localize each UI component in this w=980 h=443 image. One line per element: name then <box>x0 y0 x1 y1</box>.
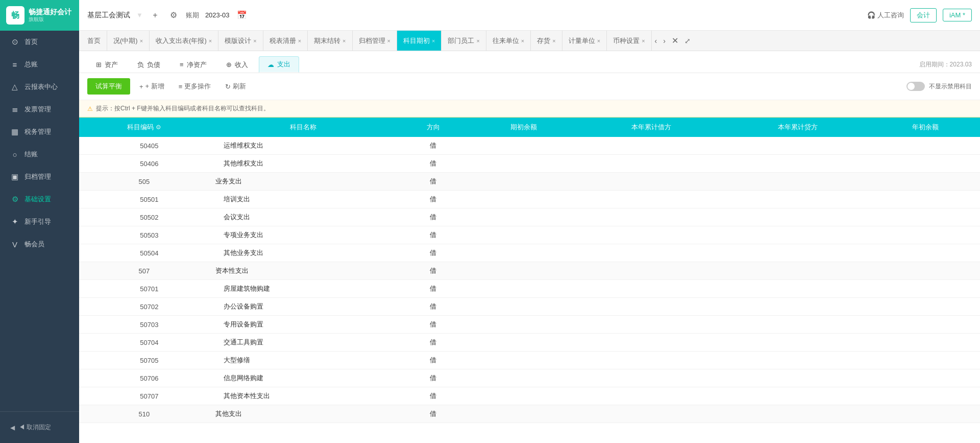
tab-annual[interactable]: 收入支出表(年报) × <box>150 31 218 51</box>
sidebar-item-home[interactable]: ⊙ 首页 <box>0 31 79 53</box>
add-button[interactable]: + + 新增 <box>134 79 169 94</box>
tab-expand[interactable]: ⤢ <box>681 31 694 51</box>
logo-text: 畅捷通好会计 旗舰版 <box>29 8 71 24</box>
table-row[interactable]: 50704 交通工具购置 借 <box>79 334 980 352</box>
tab-close-period-end[interactable]: × <box>342 38 346 44</box>
sidebar-item-archive[interactable]: ▣ 归档管理 <box>0 166 79 188</box>
calc-balance-button[interactable]: 试算平衡 <box>87 78 130 95</box>
tab-unit[interactable]: 计量单位 × <box>562 31 607 51</box>
tab-nav-left[interactable]: ‹ <box>652 31 660 51</box>
table-row[interactable]: 50405 运维维权支出 借 <box>79 137 980 155</box>
table-row[interactable]: 50703 专用设备购置 借 <box>79 316 980 334</box>
sub-tab-asset[interactable]: ⊞ 资产 <box>87 57 127 73</box>
tab-label-taxclear: 税表清册 <box>270 36 296 45</box>
tab-interim[interactable]: 况(中期) × <box>107 31 150 51</box>
tab-label-currency: 币种设置 <box>613 36 640 45</box>
tab-taxclear[interactable]: 税表清册 × <box>263 31 308 51</box>
table-row[interactable]: 505 业务支出 借 <box>79 173 980 191</box>
cell-year-credit-11 <box>724 334 871 352</box>
tab-close-subject-init[interactable]: × <box>432 38 435 44</box>
tab-nav-right[interactable]: › <box>660 31 669 51</box>
table-row[interactable]: 50701 房屋建筑物购建 借 <box>79 280 980 298</box>
tab-home[interactable]: 首页 <box>81 31 107 51</box>
refresh-icon: ↻ <box>225 83 231 90</box>
tab-customer[interactable]: 往来单位 × <box>486 31 531 51</box>
cell-direction-7: 借 <box>397 262 469 280</box>
tab-close-interim[interactable]: × <box>140 38 143 44</box>
tab-close-dept[interactable]: × <box>476 38 479 44</box>
sidebar-item-guide[interactable]: ✦ 新手引导 <box>0 211 79 233</box>
tab-close-unit[interactable]: × <box>597 38 600 44</box>
cell-direction-6: 借 <box>397 244 469 262</box>
settings-button[interactable]: ⚙ <box>167 9 180 21</box>
cell-direction-11: 借 <box>397 334 469 352</box>
sidebar-item-member[interactable]: V 畅会员 <box>0 233 79 255</box>
tab-close-all[interactable]: ✕ <box>669 31 681 51</box>
refresh-button[interactable]: ↻ 刷新 <box>220 79 251 94</box>
sidebar-item-tax[interactable]: ▦ 税务管理 <box>0 121 79 143</box>
tab-subject-init[interactable]: 科目期初 × <box>397 31 442 51</box>
tab-currency[interactable]: 币种设置 × <box>607 31 651 51</box>
col-code: 科目编码 ⚙ <box>79 118 209 137</box>
account-button[interactable]: 会计 <box>910 8 937 22</box>
sidebar-item-report[interactable]: △ 云报表中心 <box>0 76 79 98</box>
cell-year-debit-10 <box>578 316 725 334</box>
cell-year-credit-9 <box>724 298 871 316</box>
cell-year-credit-6 <box>724 244 871 262</box>
table-row[interactable]: 50503 专项业务支出 借 <box>79 226 980 244</box>
tab-close-inventory[interactable]: × <box>552 38 555 44</box>
sub-tab-expense[interactable]: ☁ 支出 <box>259 56 299 73</box>
table-row[interactable]: 507 资本性支出 借 <box>79 262 980 280</box>
sub-tab-income[interactable]: ⊕ 收入 <box>217 57 257 73</box>
disabled-toggle[interactable] <box>906 82 925 91</box>
tab-close-archive[interactable]: × <box>387 38 390 44</box>
sidebar-item-settle[interactable]: ○ 结账 <box>0 143 79 166</box>
table-row[interactable]: 50707 其他资本性支出 借 <box>79 387 980 405</box>
tab-close-currency[interactable]: × <box>642 38 645 44</box>
table-row[interactable]: 50706 信息网络购建 借 <box>79 369 980 387</box>
ledger-nav-icon: ≡ <box>10 60 19 69</box>
cell-name-4: 会议支出 <box>209 208 397 226</box>
sidebar-item-ledger[interactable]: ≡ 总账 <box>0 53 79 76</box>
table-row[interactable]: 50705 大型修缮 借 <box>79 352 980 369</box>
add-tab-button[interactable]: + <box>149 9 161 21</box>
tab-dept[interactable]: 部门员工 × <box>442 31 486 51</box>
more-actions-button[interactable]: ≡ 更多操作 <box>174 79 216 94</box>
tab-close-annual[interactable]: × <box>209 38 212 44</box>
tab-close-taxclear[interactable]: × <box>298 38 301 44</box>
sub-tab-liability[interactable]: 负 负债 <box>129 57 169 73</box>
table-row[interactable]: 50501 培训支出 借 <box>79 191 980 208</box>
table-row[interactable]: 50702 办公设备购置 借 <box>79 298 980 316</box>
table-wrapper: 科目编码 ⚙ 科目名称 方向 期初余额 本年累计借方 本年累计贷方 年初余额 5… <box>79 118 980 443</box>
tab-close-customer[interactable]: × <box>521 38 524 44</box>
sub-tab-net-asset[interactable]: ≡ 净资产 <box>171 57 215 73</box>
cell-direction-15: 借 <box>397 405 469 423</box>
sidebar-item-basic[interactable]: ⚙ 基础设置 <box>0 188 79 211</box>
sidebar-item-invoice[interactable]: ≣ 发票管理 <box>0 98 79 121</box>
table-row[interactable]: 510 其他支出 借 <box>79 405 980 423</box>
tab-archive[interactable]: 归档管理 × <box>353 31 397 51</box>
report-nav-label: 云报表中心 <box>24 82 58 91</box>
sidebar-collapse-button[interactable]: ◀ ◀ 取消固定 <box>0 418 79 437</box>
toggle-label: 不显示禁用科目 <box>929 82 972 91</box>
calendar-icon[interactable]: 📅 <box>236 9 248 21</box>
table-row[interactable]: 50406 其他维权支出 借 <box>79 155 980 173</box>
cell-name-2: 业务支出 <box>209 173 397 191</box>
tab-inventory[interactable]: 存货 × <box>531 31 562 51</box>
tab-template[interactable]: 模版设计 × <box>218 31 263 51</box>
tab-label-dept: 部门员工 <box>448 36 474 45</box>
settle-nav-icon: ○ <box>10 150 19 159</box>
tab-label-interim: 况(中期) <box>113 36 138 45</box>
table-row[interactable]: 50504 其他业务支出 借 <box>79 244 980 262</box>
project-name: 基层工会测试 <box>87 11 130 20</box>
cell-year-credit-7 <box>724 262 871 280</box>
col-settings-icon[interactable]: ⚙ <box>156 124 161 131</box>
tab-close-template[interactable]: × <box>253 38 256 44</box>
col-direction: 方向 <box>397 118 469 137</box>
tab-period-end[interactable]: 期末结转 × <box>308 31 352 51</box>
iam-button[interactable]: iAM * <box>943 9 972 21</box>
period-label: 账期 <box>186 11 199 20</box>
table-row[interactable]: 50502 会议支出 借 <box>79 208 980 226</box>
cell-code-0: 50405 <box>79 137 209 155</box>
consult-button[interactable]: 🎧 人工咨询 <box>867 11 904 20</box>
